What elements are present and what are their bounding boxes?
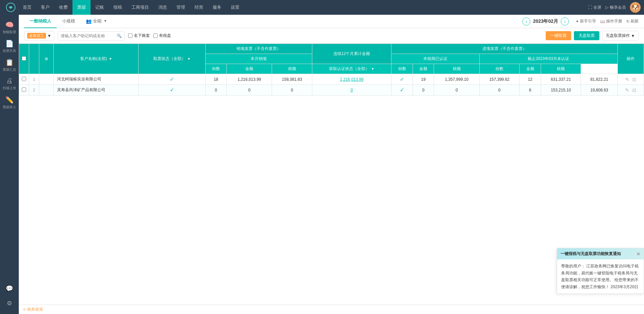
sidebar-item-scan[interactable]: 🖨 扫描上传 [0,74,19,93]
tax-disk-checkbox[interactable] [153,34,158,38]
th-sales-count: 份数 [205,64,227,74]
sidebar-settings-icon[interactable]: ⚙ [0,296,19,311]
select-all-checkbox[interactable] [22,56,26,61]
tab-small-scale[interactable]: 小规模 [57,15,80,28]
row-input-unrecog-amount: 631,337.21 [541,74,581,85]
nav-operate[interactable]: 经营 [190,0,208,15]
table-body: 1 河北柯瑞栋实业有限公司 ✓ 18 1,216,013.99 158,081.… [19,74,644,96]
fullscreen-button[interactable]: ⛶ 全屏 [588,5,601,10]
nav-settings[interactable]: 设置 [226,0,244,15]
th-input-recognized: 本税期已认证 [391,54,479,64]
th-status: 取票状态（全部） ▼ [139,44,205,74]
edit-icon[interactable]: ✎ [625,77,629,82]
th-sales-amount: 金额 [227,64,272,74]
cumulative-link[interactable]: 0 [351,88,353,92]
play-icon: ▷ [605,5,608,10]
checkbox-tax-disk[interactable]: 有税盘 [153,33,171,39]
checkbox-account[interactable]: 名下账套 [128,33,150,39]
view-icon[interactable]: ⊡ [632,77,636,82]
customer-filter-icon[interactable]: ▼ [109,57,112,61]
th-settings: ⚙ [39,44,54,74]
th-input-unrecog-count: 份数 [479,64,520,74]
nav-message[interactable]: 消息 [154,0,172,15]
row-cumulative: 1,216,013.99 [312,74,391,85]
guide-icon: ✦ [576,19,579,24]
row-settings [39,85,54,96]
notification-close-button[interactable]: ✕ [636,251,640,257]
invoice-icon: 📄 [5,40,14,48]
member-button[interactable]: ▷ 畅享会员 [605,5,626,10]
employee-tag: 全部员工 [27,33,46,39]
nav-home[interactable]: 首页 [18,0,36,15]
search-box[interactable]: 🔍 [58,31,125,41]
tab-all[interactable]: 👥 全能 ▼ [80,15,112,28]
account-checkbox[interactable] [128,34,132,38]
guide-button[interactable]: ✦ 新手引导 [576,18,596,24]
recog-filter-icon[interactable]: ▼ [371,67,374,71]
employee-selector[interactable]: 全部员工 ▼ [24,31,54,41]
one-click-ticket-button[interactable]: 一键取票 [546,31,571,40]
row-checkbox[interactable] [22,87,26,92]
diskless-ticket-button[interactable]: 无盘取票 [574,31,599,40]
notification-title: 一键报税与无盘取票功能恢复通知 [560,251,621,257]
svg-point-1 [10,6,12,8]
nav-right-area: ⛶ 全屏 ▷ 畅享会员 🐶 [588,2,641,13]
next-month-button[interactable]: › [561,17,569,25]
diskless-operation-button[interactable]: 无盘取票操作 ▼ [602,31,639,41]
nav-customer[interactable]: 客户 [36,0,54,15]
row-status: ✓ [139,85,205,96]
nav-service[interactable]: 服务 [208,0,226,15]
prev-month-button[interactable]: ‹ [522,17,530,25]
row-input-unrecog-amount: 153,215.10 [541,85,581,96]
th-recog-status: 获取认证状态（全部） ▼ [312,64,391,74]
sidebar-item-invoice[interactable]: 📄 发票开具 [0,37,19,56]
search-input[interactable] [61,34,115,38]
row-input-recog-amount: 1,357,999.10 [434,74,479,85]
th-operation: 操作 [618,44,644,74]
sidebar-chat-icon[interactable]: 💬 [0,281,19,296]
row-input-unrecog-count: 6 [520,85,541,96]
main-table: ⚙ 客户名称(全部) ▼ 取票状态（全部） ▼ 销项发票（不含作废票） 连续12… [19,44,644,96]
row-sales-amount: 1,216,013.99 [227,74,272,85]
manual-button[interactable]: 📖 操作手册 [600,18,622,24]
edit-icon[interactable]: ✎ [625,87,629,93]
row-checkbox[interactable] [22,77,26,81]
user-avatar[interactable]: 🐶 [630,2,641,13]
scan-icon: 🖨 [6,77,13,85]
search-icon: 🔍 [117,34,122,38]
row-index: 2 [29,85,39,96]
nav-fee[interactable]: 收费 [54,0,72,15]
cumulative-link[interactable]: 1,216,013.99 [340,77,364,82]
sidebar-bottom: 💬 ⚙ [0,281,19,311]
row-input-recog-count: 19 [413,74,434,85]
status-bar: ⊙ 税务政策 [19,305,644,314]
sidebar-item-entry[interactable]: ✏️ 票据录入 [0,93,19,112]
status-filter-icon[interactable]: ▼ [187,57,191,61]
th-sales-month: 本月销项 [205,54,312,64]
sidebar-item-smart-ticket[interactable]: 🧠 智能取票 [0,18,19,37]
sidebar: 🧠 智能取票 📄 发票开具 📋 票据汇总 🖨 扫描上传 ✏️ 票据录入 💬 ⚙ [0,15,19,314]
th-input-recog-tax: 税额 [434,64,479,74]
nav-ticket[interactable]: 票据 [72,0,91,15]
nav-business[interactable]: 工商项目 [127,0,154,15]
view-icon[interactable]: ⊡ [632,87,636,93]
nav-tax[interactable]: 报税 [109,0,127,15]
tab-general-taxpayer[interactable]: 一般纳税人 [24,15,57,28]
nav-accounting[interactable]: 记账 [91,0,109,15]
table-row: 2 灵寿县尚泽矿产品有限公司 ✓ 0 0 0 0 ✓ 0 0 0 6 153,2… [19,85,644,96]
sidebar-item-summary[interactable]: 📋 票据汇总 [0,56,19,74]
current-month: 2023年02月 [533,18,558,24]
refresh-button[interactable]: ↻ 刷新 [626,18,639,24]
row-checkbox-cell [19,85,29,96]
th-input-unrecognized: 截止2023年03月未认证 [479,54,618,64]
notification-body: 尊敬的用户： 江苏政务网已恢复访问电子税务局功能，易代账一键登陆电子税务局与无盘… [557,259,644,294]
row-input-recog-amount: 0 [434,85,479,96]
nav-manage[interactable]: 管理 [172,0,190,15]
tab-bar: 一般纳税人 小规模 👥 全能 ▼ ‹ 2023年02月 › ✦ 新手引导 📖 操… [19,15,644,28]
th-input-unrecog-amount: 金额 [520,64,541,74]
th-input-recog-amount: 金额 [413,64,434,74]
table-row: 1 河北柯瑞栋实业有限公司 ✓ 18 1,216,013.99 158,081.… [19,74,644,85]
chevron-down-icon: ▼ [631,34,635,38]
row-sales-amount: 0 [227,85,272,96]
tax-policy-link[interactable]: ⊙ 税务政策 [23,307,43,312]
